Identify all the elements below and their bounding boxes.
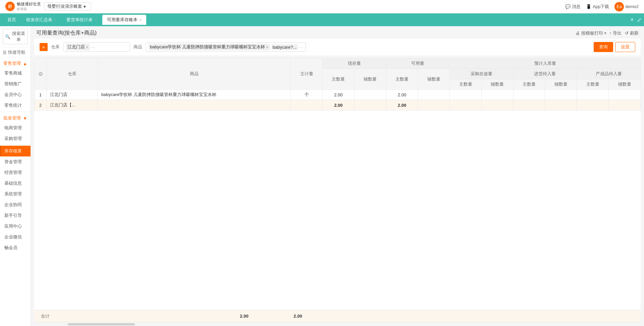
close-all-tabs-btn[interactable]: × bbox=[631, 17, 634, 23]
col-unit-header: 主计量 bbox=[291, 58, 323, 90]
user-name: demo2 bbox=[625, 4, 639, 9]
footer-production-aux bbox=[472, 312, 499, 320]
refresh-label: 刷新 bbox=[630, 30, 639, 36]
col-forecast-group-header: 预计入库量 bbox=[450, 58, 641, 69]
settings-icon[interactable]: ⚙ bbox=[38, 71, 43, 77]
expand-btn[interactable]: ⤢ bbox=[637, 17, 641, 23]
table-row: 1 江北门店 babycare学饮杯 儿童防摔防撞吸管杯重力球吸嘴杯宝宝水杯 个… bbox=[35, 90, 641, 100]
warehouse-tag: 江北门店 × bbox=[66, 44, 90, 50]
cell-incoming-aux-2 bbox=[545, 100, 577, 110]
cell-available-main-2: 2.00 bbox=[386, 100, 418, 110]
export-label: 导出 bbox=[613, 30, 622, 36]
tab-order-stats[interactable]: 要货单统计表 × bbox=[62, 15, 101, 25]
app-download-btn[interactable]: 📱 App下载 bbox=[586, 4, 609, 10]
footer-incoming-main bbox=[392, 312, 419, 320]
query-btn[interactable]: 查询 bbox=[594, 42, 613, 52]
cell-seq-2: 2 bbox=[35, 100, 47, 110]
tab-available-stock[interactable]: 可用量库存账本 × bbox=[102, 15, 146, 25]
warehouse-tag-remove[interactable]: × bbox=[86, 45, 89, 50]
sidebar-item-member2[interactable]: 畅会员 bbox=[0, 242, 31, 253]
message-btn[interactable]: 💬 消息 bbox=[565, 4, 581, 10]
sidebar-item-marketing[interactable]: 营销推广 bbox=[0, 79, 31, 89]
quick-nav-icon: ☰ bbox=[3, 50, 7, 55]
col-stock-main-header: 主数量 bbox=[323, 69, 355, 90]
table-header-row-1: ⚙ 仓库 商品 主计量 现存量 可用量 预计入库量 bbox=[35, 58, 641, 69]
product-filter-input[interactable]: babycare学饮杯 儿童防摔防撞吸管杯重力球吸嘴杯宝宝水杯 × babyca… bbox=[146, 42, 306, 52]
cell-incoming-main-2 bbox=[513, 100, 545, 110]
col-production-group-header: 产成品待入量 bbox=[577, 69, 641, 79]
sidebar-item-newguide[interactable]: 新手引导 bbox=[0, 210, 31, 221]
sidebar-item-finance[interactable]: 资金管理 bbox=[0, 156, 31, 167]
sidebar-item-ops[interactable]: 经营管理 bbox=[0, 167, 31, 178]
export-btn[interactable]: ↑ 导出 bbox=[609, 30, 622, 36]
logo-title: 畅捷通好生意 bbox=[17, 2, 41, 6]
search-menu-btn[interactable]: 🔍 搜索菜单 bbox=[3, 29, 28, 44]
tab-available-stock-close[interactable]: × bbox=[140, 18, 142, 22]
cell-incoming-aux-1 bbox=[545, 90, 577, 100]
sidebar-item-purchase[interactable]: 采购管理 bbox=[0, 133, 31, 144]
sidebar-item-appcenter[interactable]: 应用中心 bbox=[0, 221, 31, 232]
sidebar-section-wholesale: 批发管理 ▼ 电商管理 采购管理 bbox=[0, 112, 31, 144]
chevron-up-icon: ▲ bbox=[23, 61, 27, 66]
warehouse-filter-more[interactable]: ··· bbox=[91, 45, 95, 50]
cell-stock-aux-1 bbox=[354, 90, 386, 100]
tab-receive-summary[interactable]: 收发存汇总表 × bbox=[21, 15, 61, 25]
product-filter-label: 商品 bbox=[133, 44, 142, 50]
industry-label: 母婴行业演示账套 bbox=[47, 3, 82, 9]
sidebar-item-system[interactable]: 系统管理 bbox=[0, 189, 31, 199]
filter-expand-btn[interactable]: » bbox=[40, 43, 48, 51]
scroll-bar-area bbox=[34, 322, 641, 326]
sidebar-item-wechat[interactable]: 企业微信 bbox=[0, 232, 31, 242]
message-label: 消息 bbox=[572, 4, 581, 10]
cell-production-main-2 bbox=[577, 100, 609, 110]
footer-cells: 2.00 2.00 bbox=[58, 312, 637, 320]
search-menu-label: 搜索菜单 bbox=[12, 31, 25, 43]
sidebar-item-enterprise[interactable]: 企业协同 bbox=[0, 199, 31, 210]
sidebar-item-inventory[interactable]: 库存核算 bbox=[0, 146, 31, 156]
sidebar-item-quick-nav[interactable]: ☰ 快捷导航 bbox=[0, 47, 31, 58]
sidebar-section-retail-header[interactable]: 零售管理 ▲ bbox=[0, 58, 31, 68]
divider-2 bbox=[0, 145, 31, 145]
cell-incoming-main-1 bbox=[513, 90, 545, 100]
top-bar: 好 畅捷通好生意 标准版 母婴行业演示账套 ▾ 💬 消息 📱 App下载 Ea … bbox=[0, 0, 644, 13]
settings-btn[interactable]: 设置 bbox=[615, 42, 635, 52]
refresh-btn[interactable]: ↺ 刷新 bbox=[625, 30, 639, 36]
tab-order-stats-close[interactable]: × bbox=[95, 18, 97, 22]
tab-home-label: 首页 bbox=[7, 17, 16, 23]
product-tag-1: babycare学饮杯 儿童防摔防撞吸管杯重力球吸嘴杯宝宝水杯 × bbox=[149, 44, 270, 50]
cell-unit-2 bbox=[291, 100, 323, 110]
tab-receive-summary-close[interactable]: × bbox=[54, 18, 56, 22]
sidebar-item-member[interactable]: 会员中心 bbox=[0, 89, 31, 100]
sidebar-item-retail-stats[interactable]: 零售统计 bbox=[0, 100, 31, 111]
print-btn[interactable]: 🖨 按模板打印 ▾ bbox=[576, 30, 606, 36]
product-tag-2: babycare?... bbox=[271, 44, 298, 50]
horizontal-scrollbar[interactable] bbox=[68, 323, 135, 325]
tab-home[interactable]: 首页 bbox=[3, 15, 21, 25]
sidebar-section-retail: 零售管理 ▲ 零售商城 营销推广 会员中心 零售统计 bbox=[0, 58, 31, 111]
sidebar-item-ecommerce[interactable]: 电商管理 bbox=[0, 123, 31, 133]
cell-available-aux-2 bbox=[418, 100, 450, 110]
industry-select[interactable]: 母婴行业演示账套 ▾ bbox=[44, 2, 91, 10]
product-filter-more[interactable]: ··· bbox=[299, 45, 303, 50]
cell-purchase-aux-1 bbox=[481, 90, 513, 100]
divider-1 bbox=[0, 111, 31, 112]
content-header: 可用量查询(按仓库+商品) 🖨 按模板打印 ▾ ↑ 导出 ↺ 刷新 bbox=[31, 26, 644, 39]
footer-purchase-main bbox=[338, 312, 365, 320]
col-incoming-aux-header: 辅数量 bbox=[545, 79, 577, 90]
cell-available-aux-1 bbox=[418, 90, 450, 100]
sidebar-section-wholesale-header[interactable]: 批发管理 ▼ bbox=[0, 112, 31, 123]
col-purchase-group-header: 采购在途量 bbox=[450, 69, 514, 79]
logo-area: 好 畅捷通好生意 标准版 bbox=[5, 2, 41, 11]
cell-stock-aux-2 bbox=[354, 100, 386, 110]
product-tag-1-remove[interactable]: × bbox=[266, 45, 269, 50]
col-settings-header[interactable]: ⚙ bbox=[35, 58, 47, 90]
tab-available-stock-label: 可用量库存账本 bbox=[107, 17, 138, 23]
sidebar-item-retail-store[interactable]: 零售商城 bbox=[0, 68, 31, 79]
warehouse-filter-input[interactable]: 江北门店 × ··· bbox=[63, 42, 130, 52]
footer-production-main bbox=[445, 312, 472, 320]
user-avatar-area[interactable]: Ea demo2 bbox=[614, 2, 639, 11]
sidebar-item-base[interactable]: 基础信息 bbox=[0, 178, 31, 189]
print-arrow-icon: ▾ bbox=[604, 31, 606, 35]
filter-action-buttons: 查询 设置 bbox=[594, 42, 635, 52]
main-layout: 🔍 搜索菜单 ☰ 快捷导航 零售管理 ▲ 零售商城 营销推广 会员中心 零售统计… bbox=[0, 26, 644, 326]
